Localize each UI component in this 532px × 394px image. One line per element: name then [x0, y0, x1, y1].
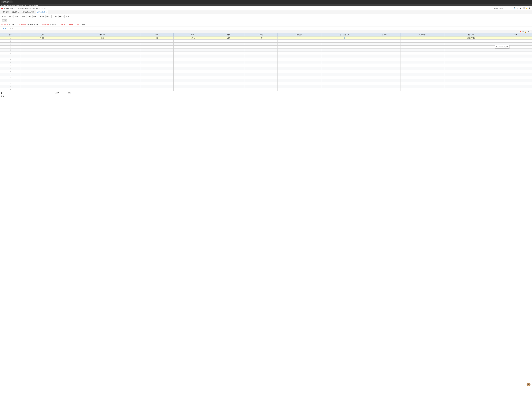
btn-save[interactable]: 保存 ▼: [14, 15, 20, 18]
cell-amount: [245, 42, 277, 46]
table-row[interactable]: 12: [0, 70, 532, 73]
cell-seq: 13: [0, 73, 20, 76]
cell-warehouse: [20, 40, 64, 42]
notification-icon[interactable]: 🔔: [526, 7, 528, 9]
cell-freight: [499, 67, 532, 70]
tab-dashboard[interactable]: 我的桌面: [1, 10, 10, 14]
table-row[interactable]: 13: [0, 73, 532, 76]
col-header-manual: 手工确定成本: [321, 33, 368, 36]
cell-material: 画面: [64, 36, 141, 40]
cell-unit: [141, 70, 174, 73]
select-arrow: ▼: [12, 16, 13, 17]
tools-arrow: ▼: [43, 16, 44, 17]
table-row[interactable]: 9: [0, 61, 532, 64]
table-row[interactable]: 10: [0, 64, 532, 67]
table-row[interactable]: 16: [0, 82, 532, 85]
cell-spec: [277, 58, 321, 61]
cell-material: [64, 58, 141, 61]
table-row[interactable]: 6: [0, 52, 532, 55]
table-row[interactable]: 7: [0, 55, 532, 58]
table-row[interactable]: 5: [0, 49, 532, 52]
cell-brand: [444, 67, 499, 70]
cell-amount: [245, 52, 277, 55]
btn-settings[interactable]: 设置 ▼: [52, 15, 58, 18]
date-value[interactable]: 2018-09-13: [9, 24, 16, 26]
cell-freight: [499, 36, 532, 40]
cell-qty: [174, 61, 212, 64]
tab-material-stats[interactable]: 材料出库单统计表: [21, 10, 36, 14]
lock-icon[interactable]: 🔒: [524, 31, 527, 33]
tab-detail[interactable]: 明细: [1, 27, 8, 30]
cell-warehouse: [20, 67, 64, 70]
brand-dropdown-tooltip[interactable]: 海尔冰箱固美滤建: [495, 45, 509, 48]
cell-stock: [368, 82, 401, 85]
cell-material: [64, 64, 141, 67]
tab-close-icon[interactable]: ×: [46, 11, 47, 13]
expand-icon[interactable]: ⤢: [527, 31, 529, 33]
tab-init-nav[interactable]: 初始化导航: [10, 10, 21, 14]
table-row[interactable]: 11: [0, 67, 532, 70]
cell-amount: [245, 85, 277, 88]
cell-manual: [321, 64, 368, 67]
browser-tab-close[interactable]: ×: [10, 1, 11, 3]
field-workshop: 生产车间: [59, 24, 66, 26]
btn-query[interactable]: 联查 ▼: [46, 15, 52, 18]
type-value[interactable]: 直接领料: [50, 24, 56, 26]
table-row[interactable]: 17: [0, 85, 532, 88]
search-icon[interactable]: 🔍: [514, 7, 516, 9]
cell-seq: 8: [0, 58, 20, 61]
table-row[interactable]: 2: [0, 40, 532, 42]
cell-unit: [141, 61, 174, 64]
cell-seq: 5: [0, 49, 20, 52]
cell-freight: [499, 55, 532, 58]
cell-amount: [245, 64, 277, 67]
document-icon[interactable]: 🗒: [517, 7, 519, 9]
table-row[interactable]: 18: [0, 88, 532, 91]
warehouse-value[interactable]: 其他仓: [80, 24, 85, 26]
cell-stock-desc: [401, 58, 444, 61]
cell-warehouse: [20, 42, 64, 46]
browser-tab[interactable]: 材料出库单 ×: [1, 0, 12, 3]
cell-stock-desc: [401, 64, 444, 67]
tab-summary[interactable]: 汇总: [8, 27, 15, 30]
grid-icon[interactable]: ⊞: [522, 31, 524, 33]
location-icon[interactable]: 📍: [519, 31, 521, 33]
more-arrow: ▼: [69, 16, 70, 17]
btn-select[interactable]: 选单 ▼: [8, 15, 14, 18]
cell-stock: [368, 61, 401, 64]
btn-add[interactable]: 新增 ▼: [1, 15, 7, 18]
filter-icon[interactable]: ▽: [530, 31, 531, 33]
number-value[interactable]: MD-2018-09-0054: [27, 24, 39, 26]
cell-unit: [141, 64, 174, 67]
table-row[interactable]: 15: [0, 79, 532, 82]
btn-unapprove[interactable]: 弃审: [27, 15, 32, 18]
cell-warehouse: [20, 55, 64, 58]
cell-qty: [174, 42, 212, 46]
btn-delete[interactable]: 删除: [21, 15, 26, 18]
cell-stock: [368, 76, 401, 79]
cell-unit: [141, 82, 174, 85]
cell-spec: [277, 40, 321, 42]
btn-generate[interactable]: 生单 ▼: [32, 15, 38, 18]
table-row[interactable]: 3: [0, 42, 532, 46]
cell-manual: [321, 55, 368, 58]
table-row[interactable]: 1其他仓画面批1.00...1.801.80☑海尔冰箱固...: [0, 36, 532, 40]
cloud-icon[interactable]: ☁: [520, 7, 521, 9]
col-header-spec: 规格型号: [277, 33, 321, 36]
search-input[interactable]: [493, 7, 513, 10]
cell-manual: [321, 40, 368, 42]
screen-icon[interactable]: ⬜: [522, 7, 525, 9]
table-row[interactable]: 14: [0, 76, 532, 79]
tab-material-out[interactable]: 材料出库单 ×: [36, 10, 48, 14]
btn-more[interactable]: 更多 ▼: [65, 15, 71, 18]
table-header-row: 序号 仓库 材料名称 计量... 数量 单价 金额 规格型号 手工确定成本 现存…: [0, 33, 532, 36]
btn-tools[interactable]: 工具 ▼: [39, 15, 45, 18]
tooltip-text: 海尔冰箱固美滤建: [496, 46, 508, 48]
cell-unit: [141, 76, 174, 79]
table-row[interactable]: 8: [0, 58, 532, 61]
cell-unit: [141, 79, 174, 82]
phone-icon[interactable]: 📞: [529, 7, 531, 9]
table-row[interactable]: 4: [0, 46, 532, 49]
cell-manual: [321, 79, 368, 82]
btn-print[interactable]: 打印 ▼: [59, 15, 65, 18]
